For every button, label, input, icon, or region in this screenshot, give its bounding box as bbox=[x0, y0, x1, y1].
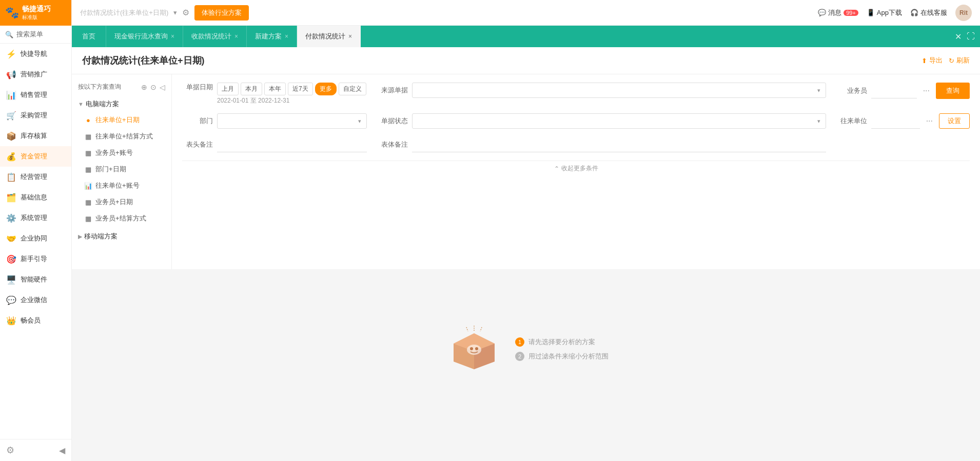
sidebar-item-member[interactable]: 👑 畅会员 bbox=[0, 310, 71, 331]
counterpart-more-icon[interactable]: ··· bbox=[924, 116, 935, 126]
tab-collection-stats-close[interactable]: × bbox=[234, 33, 238, 40]
sidebar-item-label: 基础信息 bbox=[21, 193, 47, 202]
panel-item-salesman-account[interactable]: ▦ 业务员+账号 bbox=[72, 145, 171, 161]
salesman-input[interactable] bbox=[871, 83, 917, 98]
panel-item-counterpart-date[interactable]: ● 往来单位+日期 bbox=[72, 112, 171, 128]
panel-item-dept-date[interactable]: ▦ 部门+日期 bbox=[72, 161, 171, 177]
panel-header-actions: ⊕ ⊙ ◁ bbox=[141, 83, 165, 91]
topbar-gear-icon[interactable]: ⚙ bbox=[182, 8, 189, 17]
dept-arrow-icon: ▾ bbox=[358, 118, 361, 125]
tab-new-plan-close[interactable]: × bbox=[285, 33, 288, 40]
sidebar-item-guide[interactable]: 🎯 新手引导 bbox=[0, 249, 71, 269]
nav-tabs: 首页 现金银行流水查询 × 收款情况统计 × 新建方案 × 付款情况统计 × ✕… bbox=[72, 26, 980, 47]
salesman-date-icon: ▦ bbox=[84, 198, 92, 206]
sidebar-item-basic-info[interactable]: 🗂️ 基础信息 bbox=[0, 187, 71, 208]
topbar-dropdown-arrow[interactable]: ▾ bbox=[173, 9, 177, 16]
source-select[interactable]: ▾ bbox=[412, 83, 826, 98]
dept-select[interactable]: ▾ bbox=[217, 113, 367, 129]
settings-btn[interactable]: 设置 bbox=[939, 113, 970, 129]
counterpart-label: 往来单位 bbox=[836, 116, 867, 126]
placeholder-svg bbox=[443, 323, 505, 374]
expand-tabs-icon[interactable]: ⛶ bbox=[967, 32, 975, 41]
panel-item-counterpart-account[interactable]: 📊 往来单位+账号 bbox=[72, 177, 171, 194]
sidebar-item-marketing[interactable]: 📢 营销推广 bbox=[0, 64, 71, 85]
tab-payment-stats[interactable]: 付款情况统计 × bbox=[297, 26, 361, 47]
plan-settings-icon[interactable]: ⊙ bbox=[150, 83, 156, 91]
sidebar-item-enterprise[interactable]: 🤝 企业协同 bbox=[0, 228, 71, 249]
topbar-right: 💬 消息 99+ 📱 App下载 🎧 在线客服 Rit bbox=[818, 5, 972, 21]
date-btn-7days[interactable]: 近7天 bbox=[288, 83, 313, 95]
trial-btn[interactable]: 体验行业方案 bbox=[194, 5, 249, 21]
sidebar-item-label: 销售管理 bbox=[21, 90, 47, 99]
sidebar-item-purchase[interactable]: 🛒 采购管理 bbox=[0, 105, 71, 126]
service-label: 在线客服 bbox=[920, 8, 947, 17]
settings-icon[interactable]: ⚙ bbox=[6, 445, 14, 456]
panel-item-salesman-date[interactable]: ▦ 业务员+日期 bbox=[72, 194, 171, 210]
page-title: 付款情况统计(往来单位+日期) bbox=[82, 54, 205, 67]
sidebar-item-finance[interactable]: 💰 资金管理 bbox=[0, 146, 71, 167]
desktop-section-title: 电脑端方案 bbox=[86, 99, 119, 109]
table-header-note-input[interactable] bbox=[217, 137, 367, 152]
voucher-status-label: 单据状态 bbox=[377, 116, 408, 126]
counterpart-input[interactable] bbox=[871, 113, 920, 129]
desktop-section-header[interactable]: ▼ 电脑端方案 bbox=[72, 96, 171, 112]
tab-bank-flow[interactable]: 现金银行流水查询 × bbox=[106, 26, 183, 47]
tip-1-number: 1 bbox=[515, 337, 524, 347]
sidebar-item-quick-nav[interactable]: ⚡ 快捷导航 bbox=[0, 44, 71, 64]
counterpart-account-icon: 📊 bbox=[84, 182, 92, 190]
tab-bank-flow-label: 现金银行流水查询 bbox=[114, 32, 168, 41]
member-icon: 👑 bbox=[6, 315, 16, 326]
page-header-actions: ⬆ 导出 ↻ 刷新 bbox=[922, 56, 970, 65]
export-btn[interactable]: ⬆ 导出 bbox=[922, 56, 943, 65]
dept-label: 部门 bbox=[182, 116, 213, 126]
date-btn-more[interactable]: 更多 bbox=[315, 83, 337, 95]
sidebar-item-label: 营销推广 bbox=[21, 70, 47, 79]
tab-payment-stats-close[interactable]: × bbox=[348, 33, 352, 40]
app-download-btn[interactable]: 📱 App下载 bbox=[867, 8, 902, 17]
table-body-note-input[interactable] bbox=[412, 137, 826, 152]
salesman-filter: 业务员 ··· 查询 bbox=[836, 83, 970, 99]
salesman-settlement-icon: ▦ bbox=[84, 214, 92, 223]
mobile-section-header[interactable]: ▶ 移动端方案 bbox=[72, 229, 171, 244]
sidebar-item-smart-hw[interactable]: 🖥️ 智能硬件 bbox=[0, 269, 71, 290]
sidebar-item-system[interactable]: ⚙️ 系统管理 bbox=[0, 208, 71, 228]
collapse-conditions-btn[interactable]: ⌃ 收起更多条件 bbox=[182, 161, 970, 176]
tab-bank-flow-close[interactable]: × bbox=[171, 33, 174, 40]
results-area: 1 请先选择要分析的方案 2 用过滤条件来缩小分析范围 bbox=[72, 272, 980, 426]
query-btn[interactable]: 查询 bbox=[936, 83, 970, 99]
collapse-sidebar-icon[interactable]: ◀ bbox=[59, 446, 65, 455]
voucher-status-select[interactable]: ▾ bbox=[412, 113, 826, 129]
table-body-note-label: 表体备注 bbox=[377, 140, 408, 149]
sidebar-item-inventory[interactable]: 📦 库存核算 bbox=[0, 126, 71, 146]
panel-item-counterpart-settlement[interactable]: ▦ 往来单位+结算方式 bbox=[72, 128, 171, 145]
date-btn-last-month[interactable]: 上月 bbox=[217, 83, 239, 95]
date-btn-custom[interactable]: 自定义 bbox=[339, 83, 366, 95]
collapse-arrow-icon: ⌃ bbox=[554, 165, 559, 172]
search-menu[interactable]: 🔍 搜索菜单 bbox=[0, 26, 71, 44]
export-label: 导出 bbox=[929, 56, 943, 65]
collapse-panel-icon[interactable]: ◁ bbox=[160, 83, 165, 91]
date-btn-this-year[interactable]: 本年 bbox=[264, 83, 286, 95]
user-avatar[interactable]: Rit bbox=[955, 5, 972, 21]
tab-collection-stats[interactable]: 收款情况统计 × bbox=[183, 26, 247, 47]
refresh-btn[interactable]: ↻ 刷新 bbox=[949, 56, 970, 65]
sidebar-item-sales[interactable]: 📊 销售管理 bbox=[0, 85, 71, 105]
tab-home[interactable]: 首页 bbox=[72, 26, 106, 47]
panel-item-label: 往来单位+日期 bbox=[95, 115, 140, 125]
close-all-tabs-icon[interactable]: ✕ bbox=[955, 32, 962, 42]
sidebar-item-wechat[interactable]: 💬 企业微信 bbox=[0, 290, 71, 310]
customer-service-btn[interactable]: 🎧 在线客服 bbox=[910, 8, 947, 17]
panel-item-salesman-settlement[interactable]: ▦ 业务员+结算方式 bbox=[72, 210, 171, 227]
tab-new-plan[interactable]: 新建方案 × bbox=[247, 26, 297, 47]
add-plan-icon[interactable]: ⊕ bbox=[141, 83, 147, 91]
salesman-more-icon[interactable]: ··· bbox=[921, 86, 932, 95]
date-btn-this-month[interactable]: 本月 bbox=[241, 83, 262, 95]
panel-item-label: 往来单位+账号 bbox=[95, 181, 140, 190]
tab-home-label: 首页 bbox=[82, 32, 95, 41]
date-range: 2022-01-01 至 2022-12-31 bbox=[217, 96, 366, 105]
panel-item-label: 业务员+日期 bbox=[95, 197, 133, 207]
purchase-icon: 🛒 bbox=[6, 110, 16, 121]
sidebar-item-operations[interactable]: 📋 经营管理 bbox=[0, 167, 71, 187]
results-tip-1: 1 请先选择要分析的方案 bbox=[515, 337, 609, 347]
notifications-btn[interactable]: 💬 消息 99+ bbox=[818, 8, 858, 17]
